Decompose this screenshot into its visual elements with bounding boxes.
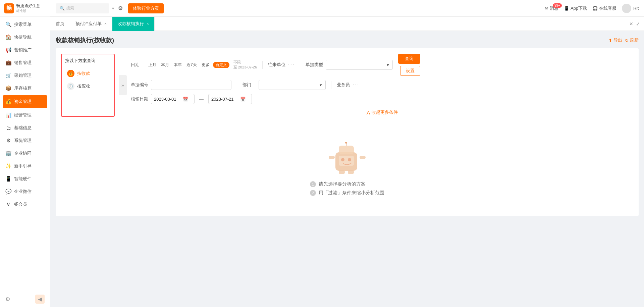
empty-illustration [327,142,367,176]
logo-text: 畅捷通好生意 标准版 [16,3,40,13]
user-info[interactable]: Rit [622,4,639,13]
sidebar-item-wechat[interactable]: 💬 企业微信 [0,185,50,198]
hardware-icon: 📱 [5,176,11,182]
staff-more-btn[interactable]: ··· [353,82,359,88]
query-btn[interactable]: 查询 [398,54,420,64]
sidebar-item-basic-info[interactable]: 🗂 基础信息 [0,121,50,134]
download-icon: 📱 [564,6,569,11]
sidebar-item-sales[interactable]: 💼 销售管理 [0,56,50,69]
writeoff-date-start-box[interactable]: 2023-03-01 📅 [151,94,195,104]
filter-row-2: 单据编号 部门 ▾ 业务员 [131,80,633,90]
main-content-wrapper: 按以下方案查询 💰 按收款 🕐 按应收 » [56,48,639,216]
empty-robot-svg [327,142,367,176]
sidebar-collapse-btn[interactable]: ◀ [35,295,45,304]
customer-service-btn[interactable]: 🎧 在线客服 [592,5,616,11]
sidebar-item-finance[interactable]: 💰 资金管理 [3,95,47,108]
sidebar-item-hardware[interactable]: 📱 智能硬件 [0,172,50,185]
collapse-more-btn[interactable]: ⋀ 收起更多条件 [131,108,633,117]
tab-home[interactable]: 首页 [50,17,70,31]
industry-btn[interactable]: 体验行业方案 [128,3,164,13]
topbar: 🔍 搜索 ▾ ⚙ 体验行业方案 ✉ 消息 99+ 📱 App下载 🎧 在线客服 [50,0,644,17]
hint-num-1: 1 [310,181,316,187]
tab-collection-close[interactable]: × [147,21,149,26]
sidebar-logo: 畅 畅捷通好生意 标准版 [0,0,50,17]
writeoff-date-end-input[interactable]: 2023-07-21 [211,97,238,102]
tab-prepay-offset[interactable]: 预付冲应付单 × [70,17,112,31]
filter-scheme-panel: 按以下方案查询 💰 按收款 🕐 按应收 [61,54,115,117]
by-collection-icon: 💰 [67,70,74,77]
divider-1 [262,61,263,69]
refresh-icon: ↻ [625,38,629,43]
end-cal-icon[interactable]: 📅 [240,97,246,102]
sidebar-nav: 🔍 搜索菜单 🏠 快捷导航 📢 营销推广 💼 销售管理 🛒 采购管理 📦 库存核… [0,17,50,291]
settings-btn[interactable]: 设置 [400,66,420,76]
doc-number-field: 单据编号 [131,80,231,90]
divider-3 [237,81,237,89]
sidebar-item-search-menu[interactable]: 🔍 搜索菜单 [0,18,50,31]
tab-expand-btn[interactable]: ⤢ [636,21,640,27]
doc-type-dropdown-icon: ▾ [387,62,389,67]
staff-field: 业务员 ··· [337,82,359,88]
sidebar-item-operations[interactable]: 📊 经营管理 [0,109,50,121]
tab-home-label: 首页 [56,21,64,27]
sidebar: 畅 畅捷通好生意 标准版 🔍 搜索菜单 🏠 快捷导航 📢 营销推广 💼 销售管理… [0,0,50,307]
divider-4 [331,81,331,89]
writeoff-date-end-box[interactable]: 2023-07-21 📅 [208,94,252,104]
sidebar-item-marketing[interactable]: 📢 营销推广 [0,44,50,56]
tab-prepay-close[interactable]: × [104,21,107,26]
svg-point-2 [341,158,344,161]
user-name: Rit [633,6,639,11]
date-custom[interactable]: 自定义 [213,62,229,68]
date-this-month[interactable]: 本月 [160,61,170,68]
counterparty-more-btn[interactable]: ··· [288,62,294,68]
doc-number-label: 单据编号 [131,82,148,88]
svg-rect-10 [348,170,354,174]
sidebar-item-inventory[interactable]: 📦 库存核算 [0,82,50,95]
topbar-dropdown-arrow[interactable]: ▾ [112,6,114,11]
guide-icon: ✨ [5,163,11,169]
start-cal-icon[interactable]: 📅 [183,97,188,102]
writeoff-date-field: 核销日期 2023-03-01 📅 — 2023-07-21 📅 [131,94,252,104]
message-btn[interactable]: ✉ 消息 99+ [545,5,558,11]
dept-field: 部门 ▾ [243,80,326,90]
date-last-month[interactable]: 上月 [147,61,158,68]
sidebar-item-enterprise[interactable]: 🏢 企业协同 [0,147,50,160]
date-more[interactable]: 更多 [200,61,211,68]
writeoff-date-start-input[interactable]: 2023-03-01 [154,97,181,102]
topbar-left: 🔍 搜索 ▾ ⚙ 体验行业方案 [56,3,545,13]
topbar-search-box[interactable]: 🔍 搜索 [56,3,109,13]
export-btn[interactable]: ⬆ 导出 [608,37,622,43]
filter-option-by-receivable[interactable]: 🕐 按应收 [65,80,111,93]
sidebar-item-system[interactable]: ⚙ 系统管理 [0,134,50,147]
dept-select[interactable]: ▾ [259,80,326,90]
date-shortcuts: 上月 本月 本年 近7天 更多 自定义 [147,61,229,68]
filter-option-by-collection[interactable]: 💰 按收款 [65,67,111,80]
tab-close-btn[interactable]: ✕ [629,21,633,27]
doc-type-select[interactable]: ▾ [326,60,393,70]
doc-number-input[interactable] [151,80,231,90]
empty-hint-1: 1 请先选择要分析的方案 [310,181,384,187]
service-icon: 🎧 [592,6,598,11]
date-7days[interactable]: 近7天 [185,61,198,68]
topbar-gear-icon[interactable]: ⚙ [118,5,123,11]
sidebar-item-purchase[interactable]: 🛒 采购管理 [0,69,50,82]
tabbar: 首页 预付冲应付单 × 收款核销执行 × ✕ ⤢ [50,17,644,31]
tab-collection-label: 收款核销执行 [118,21,144,27]
app-download-btn[interactable]: 📱 App下载 [564,5,587,11]
sidebar-item-quick-nav[interactable]: 🏠 快捷导航 [0,31,50,44]
counterparty-field: 往来单位 ··· [268,62,294,68]
date-this-year[interactable]: 本年 [172,61,183,68]
sidebar-bottom: ⚙ ◀ [0,291,50,307]
sidebar-item-vip[interactable]: V 畅会员 [0,198,50,211]
system-icon: ⚙ [5,138,11,144]
message-icon: ✉ [545,6,548,11]
tab-collection-offset[interactable]: 收款核销执行 × [112,17,155,31]
sidebar-item-guide[interactable]: ✨ 新手引导 [0,160,50,172]
sidebar-settings-icon[interactable]: ⚙ [5,296,10,302]
refresh-btn[interactable]: ↻ 刷新 [625,37,639,43]
filter-collapse-btn[interactable]: » [119,75,127,95]
main: 🔍 搜索 ▾ ⚙ 体验行业方案 ✉ 消息 99+ 📱 App下载 🎧 在线客服 [50,0,644,307]
content-area: 收款核销执行(按收款) ⬆ 导出 ↻ 刷新 按以下方案查询 💰 [50,31,644,307]
svg-point-3 [348,158,351,161]
marketing-icon: 📢 [5,47,11,53]
